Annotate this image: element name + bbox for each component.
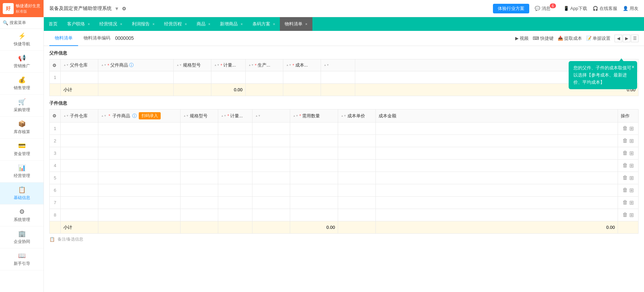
child-extra-8[interactable]	[252, 209, 290, 221]
single-settings-btn[interactable]: 📝 单据设置	[586, 35, 610, 42]
online-service-item[interactable]: 🎧 在线客服	[593, 5, 617, 12]
child-extra-4[interactable]	[252, 160, 290, 172]
child-qty-1[interactable]	[290, 122, 338, 135]
tab-operation[interactable]: 经营情况 ×	[95, 17, 127, 31]
message-item[interactable]: 💬 消息 6	[535, 5, 558, 12]
child-copy-7[interactable]: ⊞	[629, 199, 634, 206]
child-spec-2[interactable]	[181, 135, 218, 147]
child-unit-cost-2[interactable]	[338, 135, 376, 147]
tab-goods[interactable]: 商品 ×	[192, 17, 215, 31]
tab-profit-close[interactable]: ×	[152, 22, 154, 26]
child-warehouse-4[interactable]	[61, 160, 98, 172]
child-qty-8[interactable]	[290, 209, 338, 221]
sidebar-item-marketing[interactable]: 📢 营销推广	[0, 51, 44, 73]
nav-next-btn[interactable]: ▶	[623, 35, 630, 42]
child-spec-7[interactable]	[181, 197, 218, 209]
child-goods-info-icon[interactable]: ⓘ	[132, 113, 137, 119]
tab-customer[interactable]: 客户联络 ×	[62, 17, 95, 31]
child-qty-4[interactable]	[290, 160, 338, 172]
child-unit-4[interactable]	[218, 160, 252, 172]
sidebar-item-quick-nav[interactable]: ⚡ 快捷导航	[0, 29, 44, 51]
sidebar-item-sales[interactable]: 💰 销售管理	[0, 73, 44, 95]
child-goods-6[interactable]	[98, 184, 181, 197]
child-spec-5[interactable]	[181, 172, 218, 184]
child-spec-8[interactable]	[181, 209, 218, 221]
sub-tab-bom-code[interactable]: 物料清单编码 0000005	[78, 31, 139, 46]
child-delete-2[interactable]: 🗑	[622, 138, 628, 144]
child-unit-cost-8[interactable]	[338, 209, 376, 221]
child-copy-1[interactable]: ⊞	[629, 125, 634, 132]
child-unit-cost-1[interactable]	[338, 122, 376, 135]
child-unit-cost-7[interactable]	[338, 197, 376, 209]
child-unit-5[interactable]	[218, 172, 252, 184]
child-unit-2[interactable]	[218, 135, 252, 147]
child-warehouse-7[interactable]	[61, 197, 98, 209]
video-btn[interactable]: ▶ 视频	[515, 35, 529, 42]
child-delete-6[interactable]: 🗑	[622, 187, 628, 194]
child-extra-6[interactable]	[252, 184, 290, 197]
child-extra-5[interactable]	[252, 172, 290, 184]
parent-goods-1[interactable]	[98, 71, 174, 84]
tab-barcode-close[interactable]: ×	[273, 22, 275, 26]
child-copy-3[interactable]: ⊞	[629, 150, 634, 156]
child-qty-7[interactable]	[290, 197, 338, 209]
child-spec-6[interactable]	[181, 184, 218, 197]
child-copy-6[interactable]: ⊞	[629, 187, 634, 194]
sidebar-item-guide[interactable]: 📖 新手引导	[0, 248, 44, 270]
sidebar-item-system[interactable]: ⚙ 系统管理	[0, 205, 44, 226]
tab-goods-close[interactable]: ×	[208, 22, 210, 26]
child-spec-3[interactable]	[181, 147, 218, 160]
nav-prev-btn[interactable]: ◀	[615, 35, 622, 42]
sub-tab-bom-list[interactable]: 物料清单	[49, 31, 78, 46]
child-unit-cost-3[interactable]	[338, 147, 376, 160]
child-extra-3[interactable]	[252, 147, 290, 160]
child-spec-4[interactable]	[181, 160, 218, 172]
child-unit-3[interactable]	[218, 147, 252, 160]
parent-col-settings[interactable]: ⚙	[50, 59, 61, 71]
child-delete-8[interactable]: 🗑	[622, 212, 628, 218]
child-spec-1[interactable]	[181, 122, 218, 135]
child-warehouse-5[interactable]	[61, 172, 98, 184]
sidebar-search[interactable]: 🔍 搜索菜单	[0, 17, 44, 29]
tab-bom-close[interactable]: ×	[305, 22, 307, 26]
child-delete-4[interactable]: 🗑	[622, 162, 628, 169]
child-unit-cost-4[interactable]	[338, 160, 376, 172]
tab-barcode[interactable]: 条码方案 ×	[248, 17, 280, 31]
child-unit-7[interactable]	[218, 197, 252, 209]
tab-profit[interactable]: 利润报告 ×	[127, 17, 159, 31]
child-warehouse-1[interactable]	[61, 122, 98, 135]
child-extra-7[interactable]	[252, 197, 290, 209]
child-goods-2[interactable]	[98, 135, 181, 147]
child-unit-8[interactable]	[218, 209, 252, 221]
tab-bom[interactable]: 物料清单 ×	[280, 17, 312, 31]
child-qty-5[interactable]	[290, 172, 338, 184]
tooltip-close-btn[interactable]: ×	[632, 63, 634, 71]
child-goods-3[interactable]	[98, 147, 181, 160]
tab-home[interactable]: 首页	[44, 17, 62, 31]
parent-spec-1[interactable]	[174, 71, 211, 84]
user-avatar[interactable]: 👤 用友	[623, 5, 639, 12]
child-qty-6[interactable]	[290, 184, 338, 197]
child-copy-8[interactable]: ⊞	[629, 212, 634, 218]
child-delete-7[interactable]: 🗑	[622, 199, 628, 206]
sidebar-item-purchase[interactable]: 🛒 采购管理	[0, 95, 44, 117]
tab-operation-close[interactable]: ×	[120, 22, 122, 26]
child-warehouse-6[interactable]	[61, 184, 98, 197]
app-download-item[interactable]: 📱 App下载	[564, 5, 587, 12]
child-unit-6[interactable]	[218, 184, 252, 197]
parent-produce-1[interactable]	[246, 71, 283, 84]
child-warehouse-3[interactable]	[61, 147, 98, 160]
tab-process[interactable]: 经营历程 ×	[159, 17, 191, 31]
child-unit-cost-5[interactable]	[338, 172, 376, 184]
goods-info-icon[interactable]: ⓘ	[129, 62, 134, 68]
tab-new-goods-close[interactable]: ×	[240, 22, 243, 26]
child-goods-4[interactable]	[98, 160, 181, 172]
parent-extra-1[interactable]	[321, 71, 355, 84]
extract-cost-btn[interactable]: 📥 提取成本	[558, 35, 582, 42]
child-delete-3[interactable]: 🗑	[622, 150, 628, 156]
child-delete-1[interactable]: 🗑	[622, 125, 628, 132]
sidebar-item-enterprise[interactable]: 🏢 企业协同	[0, 226, 44, 248]
tab-new-goods[interactable]: 新增商品 ×	[215, 17, 247, 31]
child-qty-2[interactable]	[290, 135, 338, 147]
tab-process-close[interactable]: ×	[185, 22, 187, 26]
